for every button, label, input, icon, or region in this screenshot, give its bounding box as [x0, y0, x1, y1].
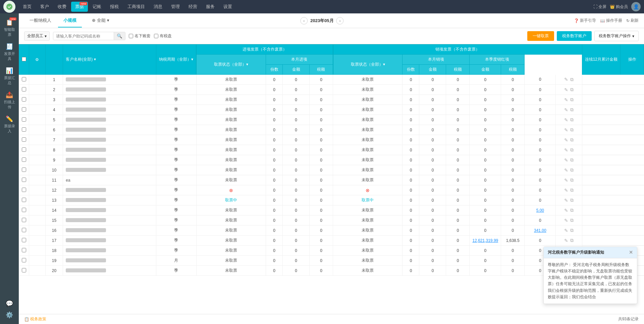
- tab-small-scale[interactable]: 小规模: [58, 14, 82, 27]
- edit-icon[interactable]: ✎: [564, 137, 568, 143]
- tax-digital-account-ops-button[interactable]: 税务数字账户操作 ▾: [594, 31, 639, 41]
- edit-icon[interactable]: ✎: [564, 147, 568, 153]
- copy-icon[interactable]: ⧉: [570, 157, 574, 163]
- copy-icon[interactable]: ⧉: [570, 197, 574, 203]
- row-checkbox[interactable]: [22, 198, 26, 202]
- edit-icon[interactable]: ✎: [564, 117, 568, 123]
- copy-icon[interactable]: ⧉: [570, 228, 574, 233]
- copy-icon[interactable]: ⧉: [570, 187, 574, 193]
- row-checkbox[interactable]: [22, 238, 26, 242]
- row-checkbox[interactable]: [22, 97, 26, 102]
- nav-item-message[interactable]: 消息: [150, 2, 166, 12]
- row-checkbox[interactable]: [22, 258, 26, 262]
- copy-icon[interactable]: ⧉: [570, 117, 574, 123]
- rolling-link[interactable]: 5.00: [536, 208, 544, 213]
- copy-icon[interactable]: ⧉: [570, 107, 574, 113]
- row-red-amount[interactable]: 12,621,319.99: [470, 236, 501, 246]
- sidebar-item-scan-upload[interactable]: 📤 扫描上传: [1, 89, 18, 112]
- copy-icon[interactable]: ⧉: [570, 97, 574, 103]
- row-checkbox[interactable]: [22, 127, 26, 132]
- row-checkbox[interactable]: [22, 218, 26, 222]
- employee-filter[interactable]: 全部员工 ▾: [24, 31, 50, 41]
- sidebar-item-invoice-open[interactable]: 🧾 发票开具: [1, 41, 18, 63]
- edit-icon[interactable]: ✎: [564, 127, 568, 133]
- copy-icon[interactable]: ⧉: [570, 177, 574, 183]
- nav-item-bookkeeping[interactable]: 记账: [89, 2, 105, 12]
- sidebar-item-settings[interactable]: ⚙️: [1, 309, 18, 321]
- row-checkbox[interactable]: [22, 248, 26, 252]
- copy-icon[interactable]: ⧉: [570, 207, 574, 213]
- nav-item-service[interactable]: 服务: [202, 2, 219, 12]
- row-checkbox[interactable]: [22, 117, 26, 122]
- rolling-link[interactable]: 341.00: [534, 228, 546, 233]
- notif-close-button[interactable]: ✕: [629, 250, 633, 255]
- nav-item-management[interactable]: 管理: [167, 2, 184, 12]
- edit-icon[interactable]: ✎: [564, 208, 568, 213]
- edit-icon[interactable]: ✎: [564, 87, 568, 92]
- row-checkbox[interactable]: [22, 147, 26, 152]
- tax-policy-link[interactable]: 📋 税务政策: [24, 316, 46, 322]
- copy-icon[interactable]: ⧉: [570, 167, 574, 173]
- edit-icon[interactable]: ✎: [564, 97, 568, 103]
- nav-item-client[interactable]: 客户: [36, 2, 53, 12]
- sidebar-item-message[interactable]: 💬: [1, 298, 18, 309]
- row-checkbox[interactable]: [22, 188, 26, 192]
- my-accounts-filter[interactable]: 名下账套: [129, 33, 151, 39]
- copy-icon[interactable]: ⧉: [570, 77, 574, 82]
- edit-icon[interactable]: ✎: [564, 198, 568, 203]
- next-month-button[interactable]: ›: [336, 17, 344, 24]
- manual-btn[interactable]: 📖 操作手册: [600, 18, 622, 23]
- nav-item-home[interactable]: 首页: [19, 2, 36, 12]
- has-taxpad-checkbox[interactable]: [154, 34, 158, 38]
- nav-item-tax[interactable]: 报税: [106, 2, 123, 12]
- edit-icon[interactable]: ✎: [564, 178, 568, 183]
- row-checkbox[interactable]: [22, 137, 26, 142]
- tab-general-taxpayer[interactable]: 一般纳税人: [24, 14, 57, 27]
- refresh-btn[interactable]: ↻ 刷新: [626, 18, 639, 23]
- tax-digital-account-button[interactable]: 税务数字账户: [557, 31, 592, 41]
- member-btn[interactable]: 👑 购会员: [610, 4, 628, 10]
- copy-icon[interactable]: ⧉: [570, 238, 574, 243]
- search-button[interactable]: 🔍: [114, 32, 125, 40]
- nav-item-settings[interactable]: 设置: [219, 2, 236, 12]
- sidebar-item-smart-fetch[interactable]: 📋 智能取票 new: [1, 17, 18, 39]
- select-all-checkbox[interactable]: [22, 57, 26, 61]
- edit-icon[interactable]: ✎: [564, 77, 568, 82]
- edit-icon[interactable]: ✎: [564, 107, 568, 113]
- row-checkbox[interactable]: [22, 87, 26, 91]
- guide-btn[interactable]: ❓ 新手引导: [574, 18, 596, 23]
- tab-full-scope[interactable]: ⊕ 全能 ▾: [87, 14, 115, 27]
- copy-icon[interactable]: ⧉: [570, 127, 574, 133]
- my-accounts-checkbox[interactable]: [129, 34, 133, 38]
- nav-item-fee[interactable]: 收费: [54, 2, 70, 12]
- prev-month-button[interactable]: ‹: [300, 17, 308, 24]
- edit-icon[interactable]: ✎: [564, 218, 568, 223]
- nav-item-business[interactable]: 工商项目: [123, 2, 149, 12]
- has-taxpad-filter[interactable]: 有税盘: [154, 33, 172, 39]
- edit-icon[interactable]: ✎: [564, 238, 568, 243]
- edit-icon[interactable]: ✎: [564, 228, 568, 233]
- sidebar-item-invoice-summary[interactable]: 📊 票据汇总: [1, 65, 18, 87]
- row-checkbox[interactable]: [22, 178, 26, 182]
- row-checkbox[interactable]: [22, 228, 26, 232]
- edit-icon[interactable]: ✎: [564, 168, 568, 173]
- row-checkbox[interactable]: [22, 208, 26, 212]
- nav-item-operation[interactable]: 经营: [184, 2, 201, 12]
- sidebar-item-invoice-entry[interactable]: ✏️ 票据录入: [1, 113, 18, 136]
- row-checkbox[interactable]: [22, 157, 26, 162]
- copy-icon[interactable]: ⧉: [570, 87, 574, 92]
- one-click-fetch-button[interactable]: 一键取票: [527, 31, 554, 41]
- edit-icon[interactable]: ✎: [564, 157, 568, 163]
- row-checkbox[interactable]: [22, 168, 26, 172]
- row-checkbox[interactable]: [22, 268, 26, 272]
- row-checkbox[interactable]: [22, 77, 26, 81]
- nav-item-invoice[interactable]: 票据 new: [71, 2, 88, 12]
- copy-icon[interactable]: ⧉: [570, 147, 574, 153]
- row-checkbox[interactable]: [22, 107, 26, 112]
- search-input[interactable]: [53, 33, 114, 40]
- fullscreen-btn[interactable]: ⛶ 全屏: [593, 4, 606, 10]
- copy-icon[interactable]: ⧉: [570, 217, 574, 223]
- user-avatar[interactable]: 👤: [631, 2, 641, 11]
- copy-icon[interactable]: ⧉: [570, 137, 574, 143]
- edit-icon[interactable]: ✎: [564, 188, 568, 193]
